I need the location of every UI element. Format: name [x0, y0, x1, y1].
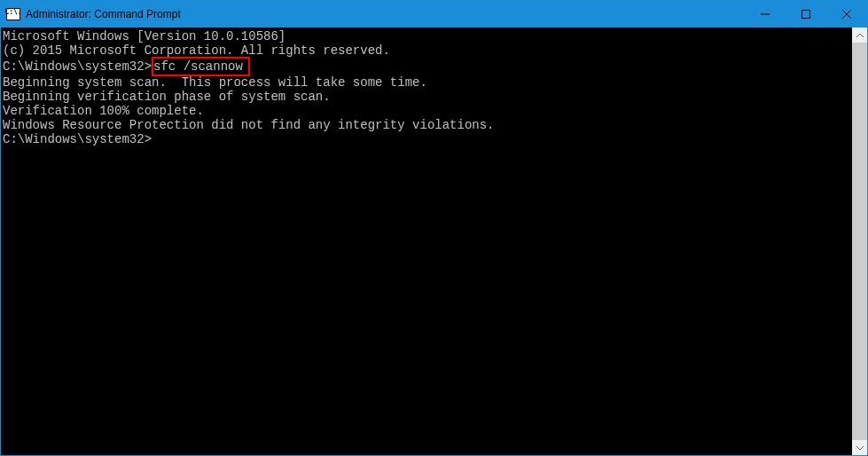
window-title: Administrator: Command Prompt — [26, 8, 745, 20]
verification-begin-line: Beginning verification phase of system s… — [3, 90, 852, 104]
svg-rect-1 — [802, 11, 810, 19]
result-line: Windows Resource Protection did not find… — [3, 118, 852, 132]
prompt-text: C:\Windows\system32> — [3, 59, 152, 74]
minimize-button[interactable] — [745, 1, 786, 28]
terminal-output[interactable]: Microsoft Windows [Version 10.0.10586](c… — [1, 28, 852, 455]
command-prompt-window: C:\. Administrator: Command Prompt Micro… — [0, 0, 868, 456]
verification-complete-line: Verification 100% complete. — [3, 104, 852, 118]
maximize-icon — [802, 10, 810, 19]
window-controls — [745, 1, 867, 28]
highlighted-command: sfc /scannow — [152, 57, 250, 76]
scroll-down-button[interactable] — [852, 440, 867, 455]
minimize-icon — [761, 10, 770, 19]
copyright-line: (c) 2015 Microsoft Corporation. All righ… — [3, 43, 852, 58]
scan-begin-line: Beginning system scan. This process will… — [3, 75, 852, 90]
app-icon: C:\. — [6, 8, 20, 20]
scroll-track[interactable] — [852, 43, 867, 440]
maximize-button[interactable] — [786, 1, 826, 28]
vertical-scrollbar[interactable] — [852, 28, 867, 455]
command-line-1: C:\Windows\system32>sfc /scannow — [3, 58, 852, 75]
close-button[interactable] — [826, 1, 867, 28]
chevron-down-icon — [856, 446, 864, 450]
chevron-up-icon — [856, 34, 864, 37]
version-line: Microsoft Windows [Version 10.0.10586] — [3, 29, 852, 43]
command-line-2: C:\Windows\system32> — [3, 132, 852, 146]
close-icon — [842, 10, 851, 19]
titlebar[interactable]: C:\. Administrator: Command Prompt — [1, 1, 867, 28]
scroll-thumb[interactable] — [852, 43, 867, 440]
scroll-up-button[interactable] — [852, 28, 867, 43]
content-area: Microsoft Windows [Version 10.0.10586](c… — [1, 28, 867, 455]
prompt-text: C:\Windows\system32> — [3, 132, 152, 146]
